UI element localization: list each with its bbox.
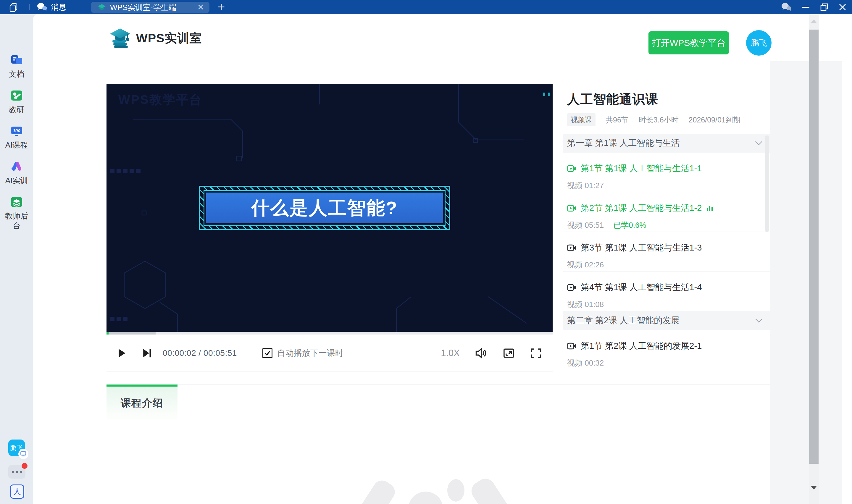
- app-window: 消息 WPS实训室·学生端 ✕ + 文档 教研 10: [0, 0, 852, 504]
- scroll-up-arrow-icon[interactable]: [811, 19, 817, 23]
- course-list-scrollbar[interactable]: [765, 136, 769, 232]
- tab-course-intro[interactable]: 课程介绍: [107, 384, 178, 419]
- wps-training-logo: [109, 26, 131, 49]
- lesson-duration: 视频 01:27: [567, 180, 604, 191]
- next-lesson-button[interactable]: [142, 347, 152, 359]
- maximize-restore-icon[interactable]: [820, 3, 828, 11]
- slide-title-plate: 什么是人工智能?: [199, 186, 450, 230]
- avatar-initials: 鹏飞: [751, 38, 767, 48]
- video-lesson-icon: [567, 164, 577, 173]
- lesson-item[interactable]: 第3节 第1课 人工智能与生活1-3 视频 02:26: [563, 232, 771, 271]
- lesson-title: 第1节 第1课 人工智能与生活1-1: [581, 163, 702, 175]
- ai-course-icon: 100: [10, 124, 23, 138]
- docs-icon: [10, 53, 23, 67]
- sidebar-item-teacher-backend[interactable]: 教师后台: [0, 195, 33, 231]
- sidebar-item-ai-course[interactable]: 100 AI课程: [0, 124, 33, 150]
- title-bar: 消息 WPS实训室·学生端 ✕ +: [0, 0, 852, 14]
- play-button[interactable]: [116, 347, 127, 359]
- user-avatar[interactable]: 鹏飞: [746, 30, 772, 56]
- cyan-deco-dots: [543, 93, 552, 96]
- course-intro-section: 课程介绍: [107, 384, 771, 504]
- chat-bubbles-icon: [37, 2, 47, 12]
- course-panel: 人工智能通识课 视频课 共96节 时长3.6小时 2026/09/01到期 第一…: [563, 84, 771, 372]
- monitor-icon: [20, 451, 26, 457]
- autoplay-checkbox[interactable]: [262, 348, 272, 358]
- video-lesson-icon: [567, 342, 577, 350]
- lesson-title: 第3节 第1课 人工智能与生活1-3: [581, 242, 702, 254]
- sidebar-item-teaching-research[interactable]: 教研: [0, 89, 33, 114]
- minimize-icon[interactable]: [802, 3, 810, 11]
- buffered-segment: [107, 332, 156, 335]
- lesson-title: 第4节 第1课 人工智能与生活1-4: [581, 282, 702, 293]
- autoplay-label: 自动播放下一课时: [277, 347, 343, 359]
- lesson-duration: 视频 05:51: [567, 220, 604, 230]
- teacher-backend-icon: [10, 195, 23, 209]
- open-wps-teaching-platform-button[interactable]: 打开WPS教学平台: [649, 31, 729, 54]
- tab-wps-training-room[interactable]: WPS实训室·学生端 ✕: [91, 2, 210, 13]
- fullscreen-icon[interactable]: [530, 347, 542, 359]
- chapter-header[interactable]: 第二章 第2课 人工智能的发展: [563, 311, 771, 330]
- pixel-deco: [110, 169, 141, 173]
- slide-title: 什么是人工智能?: [251, 196, 398, 220]
- sidebar-label: 教师后台: [4, 211, 29, 231]
- pixel-deco: [110, 317, 127, 321]
- sidebar-item-ai-training[interactable]: AI实训: [0, 160, 33, 185]
- lesson-item-playing[interactable]: 第2节 第1课 人工智能与生活1-2 视频 05:51 已学0.6%: [563, 192, 771, 232]
- chapter-title: 第一章 第1课 人工智能与生活: [567, 137, 755, 149]
- lesson-title: 第2节 第1课 人工智能与生活1-2: [581, 202, 702, 214]
- video-player[interactable]: WPS教学平台 什么是人工智能?: [107, 84, 552, 332]
- video-lesson-icon: [567, 204, 577, 212]
- lesson-count: 共96节: [605, 115, 629, 125]
- lesson-duration: 视频 02:26: [567, 260, 604, 270]
- app-body: 文档 教研 100 AI课程 AI实训 教师后台 鹏飞: [0, 14, 852, 504]
- check-icon: [264, 349, 271, 357]
- messages-button[interactable]: 消息: [37, 2, 66, 13]
- course-type-badge: 视频课: [567, 113, 596, 126]
- right-gutter: [771, 61, 842, 504]
- course-duration: 时长3.6小时: [639, 115, 678, 125]
- profile-button[interactable]: 人: [10, 485, 24, 499]
- tab-close-icon[interactable]: ✕: [197, 3, 204, 12]
- volume-icon[interactable]: [475, 347, 488, 359]
- course-title: 人工智能通识课: [567, 91, 658, 108]
- feedback-chat-icon[interactable]: [781, 2, 792, 12]
- now-playing-bars-icon: [706, 204, 713, 212]
- chevron-down-icon: [755, 141, 763, 145]
- lesson-duration: 视频 00:32: [567, 358, 604, 368]
- sidebar-label: AI课程: [4, 140, 29, 150]
- course-expiry: 2026/09/01到期: [689, 115, 741, 125]
- sidebar-item-docs[interactable]: 文档: [0, 53, 33, 79]
- course-meta: 视频课 共96节 时长3.6小时 2026/09/01到期: [567, 113, 741, 126]
- lesson-title: 第1节 第2课 人工智能的发展2-1: [581, 340, 702, 352]
- window-manager-icon[interactable]: [9, 3, 18, 12]
- sidebar-avatar[interactable]: 鹏飞: [8, 439, 25, 456]
- graduation-cap-mini-icon: [97, 4, 106, 11]
- messages-label: 消息: [51, 2, 66, 13]
- video-lesson-icon: [567, 244, 577, 252]
- page-header: WPS实训室 打开WPS教学平台 鹏飞: [33, 14, 852, 61]
- scroll-down-arrow-icon[interactable]: [811, 486, 817, 489]
- scrollbar-thumb[interactable]: [809, 30, 819, 464]
- video-lesson-icon: [567, 283, 577, 292]
- main-content: WPS实训室 打开WPS教学平台 鹏飞 WPS教学平台: [33, 14, 852, 504]
- lesson-item[interactable]: 第4节 第1课 人工智能与生活1-4 视频 01:08: [563, 271, 771, 311]
- new-tab-button[interactable]: +: [215, 0, 228, 14]
- ai-training-icon: [10, 160, 23, 173]
- player-controls: 00:00:02 / 00:05:51 自动播放下一课时 1.0X: [107, 335, 552, 372]
- page-title: WPS实训室: [136, 30, 202, 47]
- playback-speed-button[interactable]: 1.0X: [441, 348, 460, 359]
- chevron-down-icon: [755, 318, 763, 323]
- close-window-icon[interactable]: [838, 3, 847, 11]
- window-scrollbar[interactable]: [809, 14, 819, 504]
- video-progress-bar[interactable]: [107, 332, 552, 335]
- lesson-item[interactable]: 第1节 第1课 人工智能与生活1-1 视频 01:27: [563, 152, 771, 192]
- lesson-item[interactable]: 第1节 第2课 人工智能的发展2-1 视频 00:32: [563, 330, 771, 370]
- lesson-duration: 视频 01:08: [567, 299, 604, 310]
- chapter-title: 第二章 第2课 人工智能的发展: [567, 315, 755, 326]
- sidebar-label: 文档: [4, 69, 29, 79]
- picture-in-picture-icon[interactable]: [503, 347, 515, 359]
- device-status-badge: [18, 449, 29, 459]
- chapter-header[interactable]: 第一章 第1课 人工智能与生活: [563, 134, 771, 152]
- more-options-button[interactable]: [8, 465, 25, 479]
- intro-tab-label: 课程介绍: [121, 396, 163, 410]
